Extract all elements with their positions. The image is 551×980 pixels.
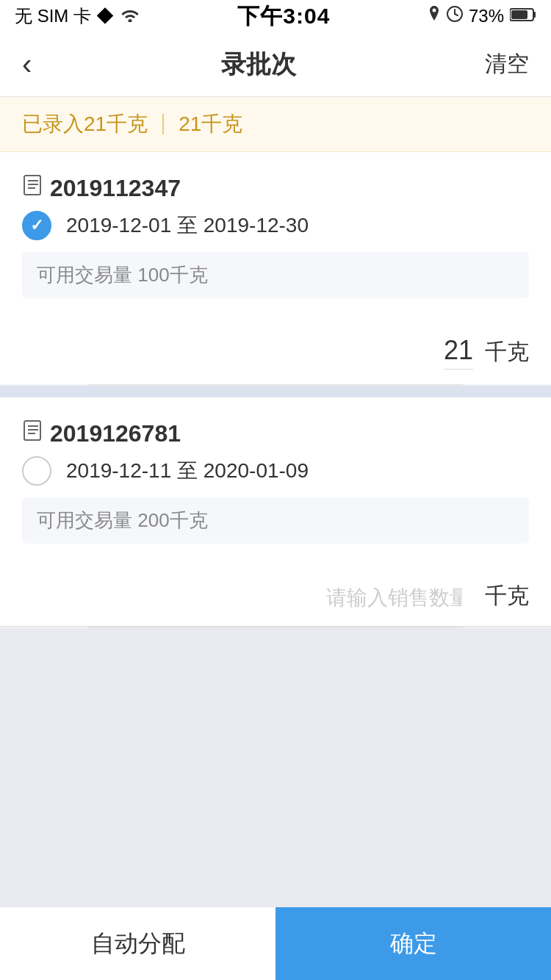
total-amount: 21千克 — [179, 110, 242, 138]
section-divider — [0, 386, 551, 397]
batch-2-header: 2019126781 — [22, 419, 529, 447]
location-icon — [428, 6, 441, 26]
batch-2-date-row[interactable]: 2019-12-11 至 2020-01-09 — [22, 456, 529, 486]
summary-banner: 已录入21千克 21千克 — [0, 97, 551, 152]
svg-rect-4 — [533, 12, 536, 18]
status-bar: 无 SIM 卡 ◆ 下午3:04 73% — [0, 0, 551, 32]
svg-rect-5 — [511, 10, 527, 19]
status-left: 无 SIM 卡 ◆ — [15, 4, 140, 28]
page-title: 录批次 — [221, 48, 296, 82]
batch-1-icon — [22, 174, 44, 202]
clear-button[interactable]: 清空 — [485, 49, 529, 79]
auto-distribute-button[interactable]: 自动分配 — [0, 907, 276, 980]
batch-2-icon — [22, 419, 44, 447]
batch-2-available: 可用交易量 200千克 — [22, 497, 529, 544]
recorded-amount: 已录入21千克 — [22, 110, 148, 138]
back-button[interactable]: ‹ — [22, 48, 32, 81]
confirm-button[interactable]: 确定 — [276, 907, 551, 980]
main-content: 已录入21千克 21千克 2019112347 2019-12-01 至 201… — [0, 97, 551, 980]
sim-status: 无 SIM 卡 ◆ — [15, 4, 114, 28]
batch-1-date: 2019-12-01 至 2019-12-30 — [66, 212, 309, 239]
batch-1-available: 可用交易量 100千克 — [22, 252, 529, 298]
batch-2-date: 2019-12-11 至 2020-01-09 — [66, 457, 309, 485]
batch-2-id: 2019126781 — [22, 419, 181, 447]
status-right: 73% — [428, 6, 536, 26]
bottom-space — [0, 628, 551, 951]
batch-item-2: 2019126781 2019-12-11 至 2020-01-09 可用交易量… — [0, 397, 551, 566]
wifi-icon — [120, 6, 140, 26]
batch-1-unit: 千克 — [485, 337, 529, 367]
batch-2-qty-row: 千克 — [0, 566, 551, 627]
status-time: 下午3:04 — [237, 1, 330, 32]
batch-1-date-row[interactable]: 2019-12-01 至 2019-12-30 — [22, 211, 529, 240]
batch-2-unit: 千克 — [485, 581, 529, 611]
footer: 自动分配 确定 — [0, 907, 551, 980]
svg-line-2 — [455, 14, 458, 15]
batch-1-header: 2019112347 — [22, 174, 529, 202]
clock-icon — [447, 6, 463, 26]
batch-1-qty-value: 21 — [444, 335, 473, 366]
batch-1-qty-row: 21 千克 — [0, 320, 551, 384]
batch-2-radio[interactable] — [22, 456, 51, 486]
nav-bar: ‹ 录批次 清空 — [0, 32, 551, 97]
summary-divider — [162, 114, 164, 134]
batch-item-1: 2019112347 2019-12-01 至 2019-12-30 可用交易量… — [0, 152, 551, 320]
batch-1-qty-display: 21 — [444, 335, 473, 370]
batch-2-input-wrapper — [326, 580, 473, 611]
battery-percent: 73% — [469, 6, 504, 26]
battery-icon — [510, 6, 536, 26]
batch-2-qty-input[interactable] — [326, 580, 473, 611]
batch-1-radio[interactable] — [22, 211, 51, 240]
batch-1-id: 2019112347 — [22, 174, 181, 202]
